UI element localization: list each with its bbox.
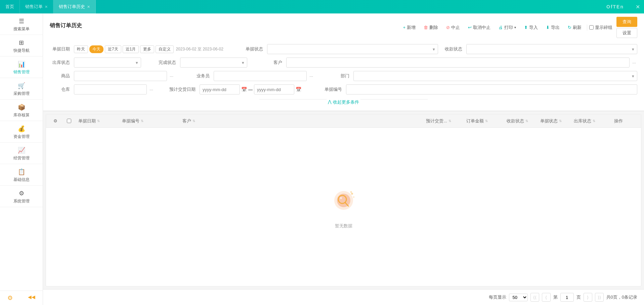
tab-home[interactable]: 首页 [0,0,20,13]
date-more-btn[interactable]: 更多 [140,45,154,53]
th-warehouse[interactable]: 出库状态 ⇅ [571,118,611,124]
search-button[interactable]: 查询 [616,17,637,27]
next-page-btn[interactable]: ⟩ [584,293,592,302]
th-payment[interactable]: 收款状态 ⇅ [504,118,538,124]
docno-input[interactable] [346,84,637,94]
tab-sales-order[interactable]: 销售订单 ✕ [20,0,53,13]
delivery-date-end[interactable] [254,84,294,94]
collapse-sidebar-icon[interactable]: ◀◀ [28,294,35,302]
warehouse-input[interactable] [74,84,147,94]
th-amount[interactable]: 订单金额 ⇅ [464,118,504,124]
delivery-date-group: 📅 — 📅 [200,84,307,94]
sidebar-item-quicknav[interactable]: ⊞ 快捷导航 [0,35,43,56]
date-7days-btn[interactable]: 近7天 [105,45,121,53]
tab-sales-order-close[interactable]: ✕ [45,5,48,9]
main-layout: ☰ 搜索菜单 ⊞ 快捷导航 📊 销售管理 🛒 采购管理 📦 库存核算 💰 资金管… [0,13,644,305]
page-number-input[interactable] [560,293,574,302]
warehouse-ellipsis[interactable]: ··· [148,87,155,92]
display-cols-checkbox[interactable]: 显示碎组 [589,25,612,31]
sidebar-item-sales[interactable]: 📊 销售管理 [0,56,43,78]
import-button[interactable]: ⬆ 导入 [521,23,541,32]
th-payment-label: 收款状态 [507,118,524,124]
delivery-date-start[interactable] [200,84,240,94]
sidebar-item-finance[interactable]: 💰 资金管理 [0,121,43,143]
th-delivery[interactable]: 预计交货... ⇅ [423,118,464,124]
purchase-icon: 🛒 [18,82,25,89]
customer-input[interactable] [286,58,630,68]
th-status[interactable]: 单据状态 ⇅ [538,118,571,124]
th-customer[interactable]: 客户 ⇅ [180,118,423,124]
date-custom-btn[interactable]: 自定义 [156,45,174,53]
th-operate: 操作 [611,118,638,124]
date-yesterday-btn[interactable]: 昨天 [74,45,88,53]
delete-button[interactable]: 🗑 删除 [420,23,441,32]
product-ellipsis[interactable]: ··· [168,74,175,79]
docno-label: 单据编号 [322,86,342,92]
salesman-ellipsis[interactable]: ··· [308,74,314,79]
dept-select[interactable]: ▾ [353,71,637,81]
pagination: 每页显示 50 20 100 ⟨⟨ ⟨ 第 页 ⟩ ⟩⟩ 共0页，0条记录 [43,289,644,305]
tab-sales-order-label: 销售订单 [25,4,43,10]
product-input[interactable] [74,71,167,81]
first-page-btn[interactable]: ⟨⟨ [530,293,539,302]
th-checkbox[interactable] [62,119,76,123]
warehouse-status-select[interactable]: ▾ [74,58,141,68]
th-gear[interactable]: ⚙ [49,118,62,123]
select-all-checkbox[interactable] [67,119,71,123]
sidebar-item-purchase[interactable]: 🛒 采购管理 [0,78,43,100]
stop-button[interactable]: ⊘ 中止 [443,23,463,32]
settings-bottom-icon[interactable]: ⚙ [7,294,13,302]
page-size-select[interactable]: 50 20 100 [509,294,528,301]
date-buttons: 昨天 今天 近7天 近1月 更多 自定义 [74,45,174,53]
sort-warehouse-icon: ⇅ [593,119,595,123]
sidebar: ☰ 搜索菜单 ⊞ 快捷导航 📊 销售管理 🛒 采购管理 📦 库存核算 💰 资金管… [0,13,43,305]
refresh-icon: ↻ [568,25,571,30]
sidebar-item-system[interactable]: ⚙ 系统管理 [0,186,43,207]
stop-label: 中止 [451,25,460,31]
sidebar-operations-label: 经营管理 [13,155,30,161]
sidebar-item-inventory[interactable]: 📦 库存核算 [0,100,43,121]
calendar-end-icon[interactable]: 📅 [296,87,301,92]
cancel-stop-button[interactable]: ↩ 取消中止 [465,23,494,32]
settings-button[interactable]: 设置 [616,28,637,38]
print-arrow-icon: ▾ [514,26,516,29]
date-1month-btn[interactable]: 近1月 [123,45,139,53]
print-button[interactable]: 🖨 打印 ▾ [495,23,519,32]
window-close-btn[interactable]: ✕ [636,4,640,10]
display-cols-input[interactable] [589,25,594,30]
delivery-date-label: 预计交货日期 [169,86,196,92]
toolbar-sep [587,25,587,31]
sidebar-item-operations[interactable]: 📈 经营管理 [0,143,43,164]
tab-sales-history-close[interactable]: ✕ [87,5,90,9]
new-button[interactable]: + 新增 [399,23,419,32]
payment-status-select[interactable]: ▾ [466,44,637,54]
gear-icon: ⚙ [53,118,57,123]
total-text: 共0页，0条记录 [606,294,637,300]
th-docno[interactable]: 单据编号 ⇅ [119,118,180,124]
bill-status-arrow: ▾ [433,47,435,52]
page-size-label: 每页显示 [489,294,506,300]
complete-status-select[interactable]: ▾ [180,58,247,68]
export-button[interactable]: ⬇ 导出 [543,23,563,32]
sidebar-item-basics[interactable]: 📋 基础信息 [0,164,43,186]
date-today-btn[interactable]: 今天 [89,45,103,53]
calendar-start-icon[interactable]: 📅 [241,87,247,92]
stop-icon: ⊘ [446,25,450,30]
last-page-btn[interactable]: ⟩⟩ [595,293,604,302]
tab-sales-history[interactable]: 销售订单历史 ✕ [53,0,96,13]
bill-status-select[interactable]: ▾ [267,44,438,54]
customer-ellipsis[interactable]: ··· [631,60,637,65]
collapse-row[interactable]: ⋀ 收起更多条件 [50,98,637,107]
refresh-button[interactable]: ↻ 刷新 [564,23,585,32]
cancel-stop-label: 取消中止 [473,25,490,31]
sort-delivery-icon: ⇅ [448,119,451,123]
sidebar-basics-label: 基础信息 [13,177,30,183]
th-date[interactable]: 单据日期 ⇅ [76,118,119,124]
prev-page-btn[interactable]: ⟨ [542,293,551,302]
sidebar-purchase-label: 采购管理 [13,91,30,97]
sidebar-item-search[interactable]: ☰ 搜索菜单 [0,13,43,35]
salesman-input[interactable] [214,71,307,81]
filter-row-1: 单据日期 昨天 今天 近7天 近1月 更多 自定义 2023-06-02 至 2… [50,44,637,54]
sales-icon: 📊 [18,61,25,68]
inventory-icon: 📦 [18,104,25,111]
